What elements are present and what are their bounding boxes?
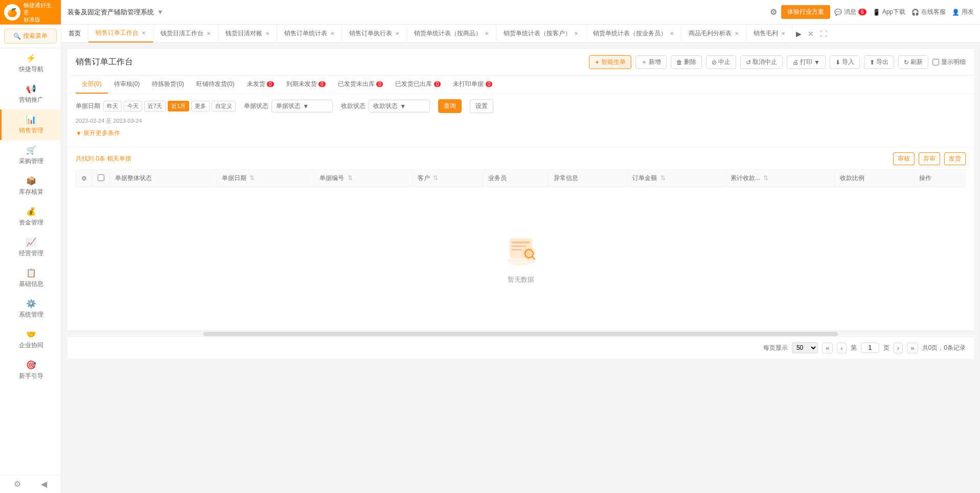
tab-expand-button[interactable]: ⛶ [817, 26, 830, 42]
sidebar-item-inventory[interactable]: 📦 库存核算 [0, 171, 61, 201]
tab-close-sales-stat[interactable]: ✕ [330, 31, 334, 36]
horizontal-scrollbar[interactable] [67, 330, 974, 337]
expand-conditions-button[interactable]: ▼ 展开更多条件 [76, 129, 120, 138]
sort-number-icon[interactable]: ⇅ [348, 174, 353, 182]
print-button[interactable]: 🖨 打印 ▼ [787, 55, 826, 69]
sidebar-item-enterprise[interactable]: 🤝 企业协同 [0, 324, 61, 355]
collapse-sidebar-button[interactable]: ◀ [41, 479, 47, 489]
settings-bottom-icon[interactable]: ⚙ [14, 479, 21, 489]
star-icon: ✦ [595, 59, 600, 66]
date-1month-btn[interactable]: 近1月 [168, 101, 189, 111]
tab-sales-workbench[interactable]: 销售订单工作台 ✕ [88, 25, 153, 42]
sidebar-item-operations[interactable]: 📈 经营管理 [0, 232, 61, 263]
page-number-input[interactable] [861, 343, 879, 353]
tab-sales-summary-customer[interactable]: 销货单统计表（按客户） ✕ [496, 25, 586, 42]
date-more-btn[interactable]: 更多 [191, 101, 210, 111]
sidebar-item-basic[interactable]: 📋 基础信息 [0, 263, 61, 294]
tab-cash-daily[interactable]: 钱货日清工作台 ✕ [153, 25, 218, 42]
sort-amount-icon[interactable]: ⇅ [660, 174, 666, 182]
tab-home[interactable]: 首页 [61, 25, 88, 42]
review-btn[interactable]: 审核 [893, 152, 915, 165]
sidebar-item-finance[interactable]: 💰 资金管理 [0, 201, 61, 232]
tab-close-sales-summary-customer[interactable]: ✕ [574, 31, 578, 36]
sort-customer-icon[interactable]: ⇅ [433, 174, 438, 182]
first-page-button[interactable]: « [822, 343, 833, 353]
sidebar-item-marketing[interactable]: 📢 营销推广 [0, 79, 61, 109]
add-button[interactable]: ＋ 新增 [635, 55, 667, 69]
sub-tab-shipped-out[interactable]: 已发货已出库 0 [389, 76, 447, 94]
ai-generate-button[interactable]: ✦ 智能生单 [589, 55, 631, 69]
page-size-select[interactable]: 50 10 20 100 [792, 342, 818, 353]
plus-icon: ＋ [641, 58, 647, 66]
import-button[interactable]: ⬇ 导入 [830, 55, 860, 69]
message-button[interactable]: 💬 消息 6 [834, 8, 867, 16]
search-menu-button[interactable]: 🔍 搜索菜单 [4, 29, 57, 43]
col-checkbox[interactable] [93, 170, 110, 187]
sub-tab-not-shipped[interactable]: 未发货 0 [241, 76, 280, 94]
sub-tab-wangpu-ship[interactable]: 旺铺待发货(0) [190, 76, 241, 94]
sub-tab-all[interactable]: 全部(0) [76, 76, 108, 94]
system-icon: ⚙️ [26, 299, 36, 308]
next-page-button[interactable]: › [894, 343, 903, 353]
unpause-button[interactable]: ↺ 取消中止 [740, 55, 783, 69]
ship-btn[interactable]: 发货 [944, 152, 966, 165]
query-button[interactable]: 查询 [438, 99, 462, 113]
tab-sales-summary-product[interactable]: 销货单统计表（按商品） ✕ [407, 25, 496, 42]
tab-close-sales-summary-staff[interactable]: ✕ [670, 31, 674, 36]
tab-gross-margin[interactable]: 商品毛利分析表 ✕ [681, 25, 746, 42]
last-page-button[interactable]: » [907, 343, 918, 353]
tab-close-cash-daily[interactable]: ✕ [207, 31, 211, 36]
sub-tab-shipped-not-out[interactable]: 已发货未出库 0 [332, 76, 390, 94]
online-service-button[interactable]: 🎧 在线客服 [911, 8, 946, 16]
tab-sales-summary-staff[interactable]: 销货单统计表（按业务员） ✕ [586, 25, 681, 42]
col-settings[interactable]: ⚙ [76, 170, 93, 187]
tab-nav-forward[interactable]: ▶ [793, 26, 805, 42]
pause-button[interactable]: ⊘ 中止 [706, 55, 736, 69]
sub-tab-overdue[interactable]: 到期未发货 0 [280, 76, 332, 94]
tab-close-sales-summary-product[interactable]: ✕ [485, 31, 489, 36]
sub-tab-pending-inspect[interactable]: 待拣验货(0) [146, 76, 190, 94]
tab-close-sales-more[interactable]: ✕ [781, 31, 785, 36]
tab-close-sales-exec[interactable]: ✕ [395, 31, 399, 36]
payment-filter-select[interactable]: 收款状态 ▼ [369, 100, 430, 113]
sort-date-icon[interactable]: ⇅ [249, 174, 255, 182]
user-menu-button[interactable]: 👤 用友 [952, 8, 974, 16]
app-download-button[interactable]: 📱 App下载 [873, 8, 905, 16]
sidebar-item-nav[interactable]: ⚡ 快捷导航 [0, 48, 61, 79]
scrollbar-thumb[interactable] [203, 332, 838, 336]
sidebar-item-purchase[interactable]: 🛒 采购管理 [0, 140, 61, 171]
sidebar-item-guide[interactable]: 🎯 新手引导 [0, 355, 61, 386]
sub-tab-not-printed[interactable]: 未打印单据 0 [447, 76, 498, 94]
delete-button[interactable]: 🗑 删除 [671, 55, 702, 69]
date-range-display: 2023-02-24 至 2023-03-24 [76, 117, 142, 125]
date-yesterday-btn[interactable]: 昨天 [103, 101, 122, 111]
tab-close-sales-workbench[interactable]: ✕ [142, 30, 146, 36]
select-all-checkbox[interactable] [98, 174, 104, 181]
tab-close-all-button[interactable]: ✕ [805, 26, 817, 42]
topbar-settings-icon[interactable]: ⚙ [770, 7, 777, 17]
pagination: 每页显示 50 10 20 100 « ‹ 第 页 › » 共0页，0条记录 [67, 337, 974, 358]
tab-sales-more[interactable]: 销售毛利 ✕ [746, 25, 793, 42]
export-button[interactable]: ⬆ 导出 [864, 55, 894, 69]
filter-settings-button[interactable]: 设置 [470, 99, 493, 113]
tab-close-gross-margin[interactable]: ✕ [735, 31, 739, 36]
refresh-button[interactable]: ↻ 刷新 [898, 55, 928, 69]
tab-cash-reconcile[interactable]: 钱货日清对账 ✕ [218, 25, 277, 42]
show-detail-checkbox[interactable] [932, 59, 939, 65]
sidebar-item-sales[interactable]: 📊 销售管理 [0, 109, 61, 140]
solution-button[interactable]: 体验行业方案 [781, 5, 830, 19]
prev-page-button[interactable]: ‹ [837, 343, 846, 353]
sidebar-item-system[interactable]: ⚙️ 系统管理 [0, 294, 61, 324]
date-7days-btn[interactable]: 近7天 [144, 101, 166, 111]
date-today-btn[interactable]: 今天 [124, 101, 142, 111]
tab-sales-exec[interactable]: 销售订单执行表 ✕ [342, 25, 407, 42]
table-area: 共找到 0条 相关单据 审核 弃审 发货 ⚙ [67, 147, 974, 330]
system-dropdown-icon[interactable]: ▼ [157, 8, 164, 16]
sub-tab-pending-review[interactable]: 待审核(0) [108, 76, 146, 94]
tab-close-cash-reconcile[interactable]: ✕ [265, 31, 269, 36]
tab-sales-stat[interactable]: 销售订单统计表 ✕ [277, 25, 342, 42]
status-filter-select[interactable]: 单据状态 ▼ [271, 100, 333, 113]
date-custom-btn[interactable]: 自定义 [212, 101, 236, 111]
sort-received-icon[interactable]: ⇅ [763, 174, 768, 182]
unreview-btn[interactable]: 弃审 [919, 152, 940, 165]
